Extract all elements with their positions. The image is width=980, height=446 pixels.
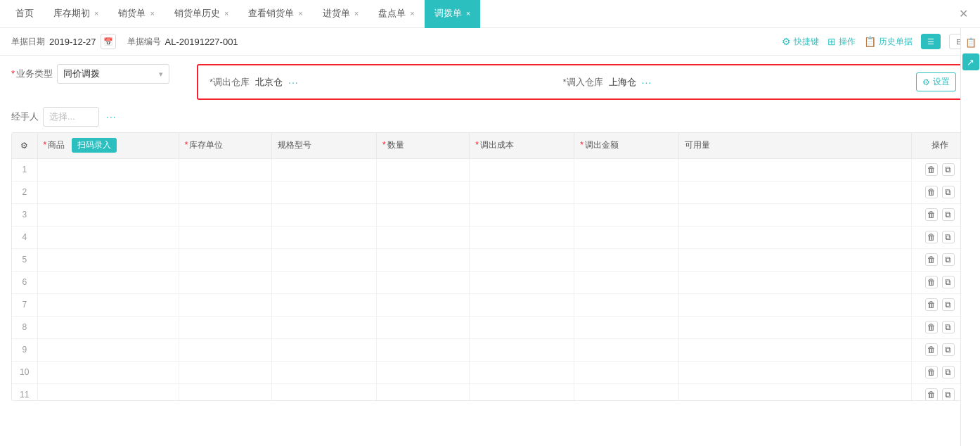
- tab-sales-history[interactable]: 销货单历史 ×: [165, 0, 238, 28]
- copy-icon[interactable]: ⧉: [942, 186, 955, 198]
- business-type-label: *业务类型: [11, 68, 53, 80]
- shortcut-icon: ⚙: [782, 36, 791, 47]
- table-scroll-area[interactable]: ⚙ *商品 扫码录入 *库存单位 规格型号: [12, 133, 968, 400]
- business-type-group: *业务类型 同价调拨 ▾: [11, 64, 180, 84]
- tab-bar: 首页 库存期初 × 销货单 × 销货单历史 × 查看销货单 × 进货单 × 盘点…: [0, 0, 980, 28]
- tab-close-transfer[interactable]: ×: [466, 9, 470, 18]
- copy-icon[interactable]: ⧉: [942, 163, 955, 176]
- transfer-in-group: *调入仓库 上海仓 ···: [563, 76, 903, 89]
- table-row: 8🗑⧉: [12, 316, 968, 338]
- transfer-out-value[interactable]: 北京仓: [255, 76, 283, 89]
- date-value[interactable]: 2019-12-27: [49, 37, 96, 47]
- th-action: 操作: [912, 133, 968, 158]
- handler-ellipsis[interactable]: ···: [106, 111, 117, 122]
- copy-icon[interactable]: ⧉: [942, 298, 955, 311]
- copy-icon[interactable]: ⧉: [942, 343, 955, 356]
- tab-close-stocktake[interactable]: ×: [410, 9, 414, 18]
- sidebar-notes-icon[interactable]: 📋: [962, 34, 979, 51]
- th-available: 可用量: [679, 133, 912, 158]
- delete-icon[interactable]: 🗑: [925, 253, 938, 266]
- tab-home[interactable]: 首页: [6, 0, 44, 28]
- copy-icon[interactable]: ⧉: [942, 276, 955, 288]
- delete-icon[interactable]: 🗑: [925, 231, 938, 243]
- delete-icon[interactable]: 🗑: [925, 366, 938, 378]
- handler-group: 经手人 选择... ···: [11, 107, 180, 127]
- copy-icon[interactable]: ⧉: [942, 253, 955, 266]
- th-spec: 规格型号: [272, 133, 377, 158]
- transfer-out-group: *调出仓库 北京仓 ···: [209, 76, 549, 89]
- tab-stocktake[interactable]: 盘点单 ×: [368, 0, 424, 28]
- delete-icon[interactable]: 🗑: [925, 388, 938, 400]
- layout-list-icon[interactable]: ☰: [921, 34, 941, 49]
- business-type-chevron: ▾: [159, 70, 163, 79]
- delete-icon[interactable]: 🗑: [925, 208, 938, 221]
- warehouse-section: *调出仓库 北京仓 ··· *调入仓库 上海仓 ··· ⚙ 设置: [197, 64, 969, 100]
- shortcut-action[interactable]: ⚙ 快捷键: [782, 36, 819, 48]
- operation-icon: ⊞: [827, 36, 836, 47]
- form-row-2: 经手人 选择... ···: [11, 107, 969, 127]
- history-icon: 📋: [864, 36, 876, 47]
- transfer-out-ellipsis[interactable]: ···: [288, 77, 299, 88]
- right-sidebar: 📋 ↗: [960, 28, 980, 409]
- delete-icon[interactable]: 🗑: [925, 343, 938, 356]
- business-type-select[interactable]: 同价调拨 ▾: [57, 64, 169, 84]
- th-settings[interactable]: ⚙: [12, 133, 37, 158]
- tab-transfer[interactable]: 调拨单 ×: [425, 0, 480, 28]
- settings-button[interactable]: ⚙ 设置: [916, 72, 956, 91]
- delete-icon[interactable]: 🗑: [925, 276, 938, 288]
- th-transfer-cost: *调出成本: [470, 133, 574, 158]
- sidebar-expand-icon[interactable]: ↗: [962, 53, 979, 70]
- tab-view-sales[interactable]: 查看销货单 ×: [238, 0, 312, 28]
- table-body: 1🗑⧉ 2🗑⧉ 3🗑⧉ 4🗑⧉ 5🗑⧉ 6🗑⧉ 7🗑⧉ 8🗑⧉ 9🗑⧉ 10🗑⧉…: [12, 158, 968, 400]
- th-quantity: *数量: [377, 133, 470, 158]
- table-row: 5🗑⧉: [12, 248, 968, 271]
- copy-icon[interactable]: ⧉: [942, 208, 955, 221]
- table-header-row: ⚙ *商品 扫码录入 *库存单位 规格型号: [12, 133, 968, 158]
- window-close-button[interactable]: ✕: [952, 3, 974, 25]
- transfer-in-value[interactable]: 上海仓: [609, 76, 636, 89]
- table-row: 3🗑⧉: [12, 203, 968, 226]
- tab-purchase-order[interactable]: 进货单 ×: [313, 0, 368, 28]
- table-container: ⚙ *商品 扫码录入 *库存单位 规格型号: [11, 132, 969, 401]
- copy-icon[interactable]: ⧉: [942, 231, 955, 243]
- settings-gear-icon: ⚙: [922, 77, 930, 87]
- table-row: 4🗑⧉: [12, 226, 968, 248]
- transfer-in-ellipsis[interactable]: ···: [642, 77, 652, 88]
- operation-action[interactable]: ⊞ 操作: [827, 36, 856, 48]
- table-row: 1🗑⧉: [12, 158, 968, 181]
- table-row: 9🗑⧉: [12, 338, 968, 361]
- table-row: 10🗑⧉: [12, 361, 968, 383]
- tab-close-sales-order[interactable]: ×: [150, 9, 154, 18]
- table-row: 7🗑⧉: [12, 293, 968, 316]
- th-product: *商品 扫码录入: [37, 133, 179, 158]
- history-action[interactable]: 📋 历史单据: [864, 36, 913, 48]
- transfer-in-label: *调入仓库: [563, 76, 603, 89]
- date-label: 单据日期: [11, 36, 45, 48]
- date-picker-icon[interactable]: 📅: [101, 34, 116, 49]
- date-field: 单据日期 2019-12-27 📅: [11, 34, 116, 49]
- delete-icon[interactable]: 🗑: [925, 321, 938, 333]
- table-row: 11🗑⧉: [12, 383, 968, 400]
- copy-icon[interactable]: ⧉: [942, 366, 955, 378]
- tab-close-view-sales[interactable]: ×: [298, 9, 302, 18]
- content-area: *业务类型 同价调拨 ▾ *调出仓库 北京仓 ··· *调入仓库: [0, 56, 980, 409]
- delete-icon[interactable]: 🗑: [925, 298, 938, 311]
- handler-input[interactable]: 选择...: [43, 107, 99, 127]
- scan-button[interactable]: 扫码录入: [72, 138, 117, 153]
- form-row-1: *业务类型 同价调拨 ▾ *调出仓库 北京仓 ··· *调入仓库: [11, 64, 969, 100]
- order-number-field: 单据编号 AL-20191227-001: [127, 36, 238, 48]
- table-row: 6🗑⧉: [12, 271, 968, 293]
- th-unit: *库存单位: [179, 133, 271, 158]
- order-label: 单据编号: [127, 36, 161, 48]
- tab-close-sales-history[interactable]: ×: [224, 9, 228, 18]
- tab-inventory-init[interactable]: 库存期初 ×: [44, 0, 108, 28]
- tab-close-purchase-order[interactable]: ×: [354, 9, 359, 18]
- delete-icon[interactable]: 🗑: [925, 163, 938, 176]
- copy-icon[interactable]: ⧉: [942, 388, 955, 400]
- copy-icon[interactable]: ⧉: [942, 321, 955, 333]
- delete-icon[interactable]: 🗑: [925, 186, 938, 198]
- tab-close-inventory-init[interactable]: ×: [94, 9, 98, 18]
- tab-sales-order[interactable]: 销货单 ×: [108, 0, 164, 28]
- table-settings-icon: ⚙: [20, 141, 28, 151]
- th-transfer-amount: *调出金额: [574, 133, 679, 158]
